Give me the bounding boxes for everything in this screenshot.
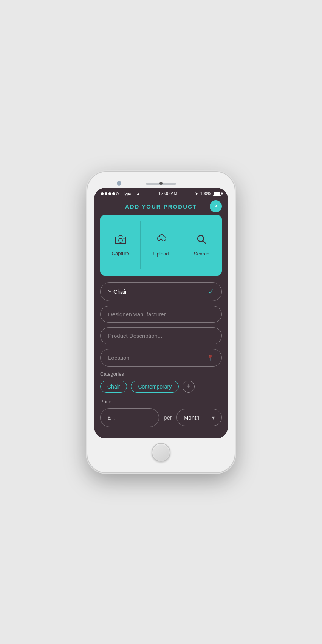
- period-dropdown[interactable]: Month ▾: [176, 409, 222, 426]
- page-title: ADD YOUR PRODUCT: [125, 203, 197, 210]
- categories-label: Categories: [100, 371, 222, 377]
- designer-field[interactable]: Designer/Manufacturer...: [100, 306, 222, 323]
- price-input[interactable]: £ .: [100, 408, 159, 427]
- price-section: Price £ . per Month ▾: [100, 399, 222, 427]
- signal-dot-4: [112, 192, 115, 195]
- phone-frame: Hypar ▲ 12:00 AM ➤ 100% ADD YOUR PRODUCT…: [87, 172, 235, 472]
- signal-dot-3: [108, 192, 111, 195]
- product-name-value: Y Chair: [108, 288, 127, 295]
- svg-point-1: [119, 238, 122, 242]
- phone-top-bar: [94, 179, 228, 188]
- location-pin-icon: 📍: [206, 354, 214, 361]
- currency-symbol: £: [108, 414, 111, 421]
- period-value: Month: [184, 414, 208, 421]
- search-icon: [196, 234, 207, 247]
- designer-placeholder: Designer/Manufacturer...: [108, 311, 170, 317]
- phone-sensor: [159, 182, 163, 185]
- decimal-separator: .: [113, 413, 116, 422]
- image-picker: Capture Upload: [100, 215, 222, 276]
- wifi-icon: ▲: [136, 191, 141, 197]
- status-bar: Hypar ▲ 12:00 AM ➤ 100%: [94, 188, 228, 198]
- categories-section: Categories Chair Contemporary +: [100, 371, 222, 393]
- capture-label: Capture: [112, 251, 129, 256]
- app-content: ADD YOUR PRODUCT × Capt: [94, 198, 228, 438]
- camera-icon: [115, 234, 126, 247]
- description-placeholder: Product Description...: [108, 333, 162, 339]
- category-chair-label: Chair: [107, 384, 120, 390]
- phone-bottom: [94, 438, 228, 466]
- capture-option[interactable]: Capture: [100, 215, 141, 276]
- phone-camera: [117, 181, 121, 186]
- search-option[interactable]: Search: [181, 215, 222, 276]
- battery-fill: [214, 192, 220, 195]
- phone-screen: Hypar ▲ 12:00 AM ➤ 100% ADD YOUR PRODUCT…: [94, 188, 228, 438]
- app-header: ADD YOUR PRODUCT ×: [100, 198, 222, 215]
- location-arrow-icon: ➤: [195, 191, 198, 196]
- location-placeholder: Location: [108, 355, 130, 361]
- price-row: £ . per Month ▾: [100, 408, 222, 427]
- chevron-down-icon: ▾: [212, 415, 215, 421]
- battery-icon: [213, 192, 221, 196]
- close-icon: ×: [214, 203, 217, 210]
- upload-icon: [155, 234, 167, 247]
- add-category-button[interactable]: +: [183, 381, 195, 393]
- signal-dot-5: [116, 192, 119, 195]
- signal-dot-2: [105, 192, 107, 195]
- location-field[interactable]: Location 📍: [100, 349, 222, 367]
- battery-percent: 100%: [200, 191, 211, 196]
- description-field[interactable]: Product Description...: [100, 327, 222, 344]
- search-label: Search: [194, 251, 209, 257]
- home-button[interactable]: [152, 443, 170, 462]
- upload-label: Upload: [153, 251, 169, 257]
- carrier-label: Hypar: [122, 191, 133, 196]
- signal-dot-1: [101, 192, 104, 195]
- plus-icon: +: [187, 382, 191, 390]
- signal-strength: [101, 192, 119, 195]
- status-right: ➤ 100%: [195, 191, 221, 196]
- per-label: per: [164, 414, 172, 421]
- category-contemporary-label: Contemporary: [138, 384, 172, 390]
- status-time: 12:00 AM: [158, 191, 178, 196]
- category-tag-contemporary[interactable]: Contemporary: [131, 381, 179, 393]
- product-name-field[interactable]: Y Chair ✓: [100, 282, 222, 301]
- categories-row: Chair Contemporary +: [100, 381, 222, 393]
- category-tag-chair[interactable]: Chair: [100, 381, 127, 393]
- checkmark-icon: ✓: [208, 288, 214, 296]
- status-left: Hypar ▲: [101, 191, 141, 197]
- svg-rect-0: [115, 237, 126, 244]
- svg-point-2: [123, 238, 124, 239]
- close-button[interactable]: ×: [210, 200, 222, 212]
- price-label: Price: [100, 399, 222, 404]
- upload-option[interactable]: Upload: [141, 215, 181, 276]
